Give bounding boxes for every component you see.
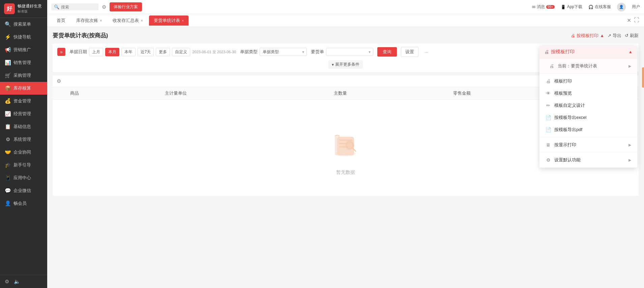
operation-icon: 📈	[5, 111, 11, 117]
tab-close-all-icon[interactable]: ✕	[627, 17, 631, 24]
export-button[interactable]: ↗ 导出	[608, 33, 621, 39]
sidebar-item-inventory[interactable]: 📦 库存核算	[0, 82, 47, 95]
set-default-left: ⚙ 设置默认功能	[546, 157, 581, 163]
sidebar-item-cooperation[interactable]: 🤝 企业协同	[0, 146, 47, 159]
date-btn-7days[interactable]: 近7天	[138, 48, 154, 56]
sidebar-item-marketing[interactable]: 📢 营销推广	[0, 43, 47, 56]
date-btn-last-month[interactable]: 上月	[89, 48, 103, 56]
tab-inventory-batch-close[interactable]: ×	[100, 19, 102, 23]
table-column-settings-icon[interactable]: ⚙	[57, 78, 61, 84]
tab-home-label: 首页	[57, 18, 65, 24]
doc-type-select[interactable]: 单据类型	[260, 48, 307, 56]
dropdown-title: 按模板打印	[551, 49, 575, 55]
export-excel-icon: 📄	[546, 115, 551, 120]
app-download-button[interactable]: 📱 App下载	[561, 4, 582, 10]
cargo-type-label: 要货单	[311, 49, 324, 55]
export-excel-item[interactable]: 📄 按模板导出excel	[539, 111, 637, 124]
logo-subtitle: 标准版	[18, 9, 42, 14]
sidebar-item-purchase[interactable]: 🛒 采购管理	[0, 69, 47, 82]
sidebar-item-finance[interactable]: 💰 资金管理	[0, 95, 47, 107]
sidebar-label-system: 系统管理	[13, 136, 31, 142]
sidebar-label-marketing: 营销推广	[13, 47, 31, 53]
sidebar-label-purchase: 采购管理	[13, 72, 31, 78]
logo-icon: 好	[4, 3, 15, 14]
resize-handle[interactable]	[642, 67, 644, 88]
refresh-button[interactable]: ↺ 刷新	[625, 33, 639, 39]
export-excel-label: 按模板导出excel	[554, 115, 586, 121]
sidebar-item-member[interactable]: 👤 畅会员	[0, 197, 47, 210]
query-button[interactable]: 查询	[377, 47, 397, 57]
sidebar-item-wechat[interactable]: 💬 企业微信	[0, 184, 47, 197]
template-custom-label: 模板自定义设计	[554, 102, 585, 108]
member-icon: 👤	[5, 200, 11, 206]
sidebar-item-operation[interactable]: 📈 经营管理	[0, 107, 47, 120]
message-button[interactable]: ✉ 消息 99+	[532, 4, 555, 10]
filter-setting-button[interactable]: 设置	[401, 47, 418, 57]
date-btn-this-month[interactable]: 本月	[105, 48, 119, 56]
tab-home[interactable]: 首页	[52, 15, 70, 26]
doc-type-label: 单据类型	[240, 49, 258, 55]
tab-expand-icon[interactable]: ⛶	[634, 17, 639, 24]
search-input[interactable]	[61, 5, 91, 9]
more-options-icon[interactable]: ···	[422, 49, 430, 55]
export-icon: ↗	[608, 33, 611, 38]
sidebar-item-quick-nav[interactable]: ⚡ 快捷导航	[0, 31, 47, 43]
message-label: 消息	[537, 4, 545, 10]
basic-icon: 📋	[5, 124, 11, 130]
date-btn-more[interactable]: 更多	[156, 48, 170, 56]
cargo-select-wrapper: ▼	[326, 48, 373, 56]
page-header: 要货单统计表(按商品) 🖨 按模板打印 ▲ ↗ 导出 ↺ 刷新	[53, 32, 639, 39]
sidebar-item-basic[interactable]: 📋 基础信息	[0, 120, 47, 133]
tab-receipt-summary-close[interactable]: ×	[141, 19, 143, 23]
set-default-item[interactable]: ⚙ 设置默认功能 ▶	[539, 154, 637, 166]
sidebar-item-sales[interactable]: 📊 销售管理	[0, 56, 47, 69]
export-label: 导出	[613, 33, 621, 39]
dropdown-collapse-arrow[interactable]: ▲	[628, 50, 633, 54]
avatar[interactable]: 👤	[617, 3, 626, 11]
tab-receipt-summary[interactable]: 收发存汇总表 ×	[108, 15, 147, 26]
set-default-icon: ⚙	[546, 157, 551, 163]
col-unit: 主计量单位	[161, 87, 329, 100]
template-preview-label: 模板预览	[554, 90, 572, 96]
display-print-left: 🖥 按显示打印	[546, 142, 576, 148]
topbar-search-box[interactable]: 🔍	[51, 3, 98, 10]
date-range-display: 2023-06-01 至 2023-06-30	[192, 50, 236, 55]
sidebar-item-guide[interactable]: 🎓 新手引导	[0, 159, 47, 171]
sidebar-logo: 好 畅捷通好生意 标准版	[0, 0, 47, 18]
topbar: 🔍 ⚙ 体验行业方案 ✉ 消息 99+ 📱 App下载 🎧 在线客服 👤 用户	[47, 0, 644, 14]
date-btn-this-year[interactable]: 本年	[121, 48, 136, 56]
sidebar-item-app-center[interactable]: 📱 应用中心	[0, 171, 47, 184]
current-template-item[interactable]: 🖨 当前：要货单统计表 ▶	[539, 60, 637, 72]
cargo-select[interactable]	[326, 48, 373, 56]
topbar-gear-icon[interactable]: ⚙	[102, 4, 106, 10]
tab-inventory-batch[interactable]: 库存批次账 ×	[71, 15, 107, 26]
tab-order-stats-close[interactable]: ×	[182, 19, 184, 23]
template-custom-icon: ✏	[546, 103, 551, 108]
template-print-item[interactable]: 🖨 模板打印	[539, 75, 637, 87]
date-btn-custom[interactable]: 自定义	[172, 48, 190, 56]
template-actions-section: 🖨 模板打印 👁 模板预览 ✏ 模板自定义设计 📄 按模板导出excel 📄 按…	[539, 74, 637, 137]
industry-solution-button[interactable]: 体验行业方案	[110, 2, 142, 11]
sound-footer-icon[interactable]: 🔈	[14, 279, 20, 285]
settings-footer-icon[interactable]: ⚙	[5, 279, 9, 285]
refresh-label: 刷新	[630, 33, 639, 39]
display-print-section: 🖥 按显示打印 ▶	[539, 137, 637, 153]
purchase-icon: 🛒	[5, 72, 11, 78]
online-service-button[interactable]: 🎧 在线客服	[588, 4, 611, 10]
user-name: 用户	[632, 4, 640, 10]
tab-order-stats[interactable]: 要货单统计表 ×	[149, 15, 188, 26]
sidebar-item-system[interactable]: ⚙ 系统管理	[0, 133, 47, 146]
sidebar-label-finance: 资金管理	[13, 98, 31, 104]
display-print-item[interactable]: 🖥 按显示打印 ▶	[539, 139, 637, 151]
tab-order-stats-label: 要货单统计表	[154, 18, 180, 24]
sidebar-item-search[interactable]: 🔍 搜索菜单	[0, 18, 47, 31]
expand-conditions-button[interactable]: ▾ 展开更多条件	[328, 60, 363, 69]
online-service-label: 在线客服	[595, 4, 611, 10]
page-title: 要货单统计表(按商品)	[53, 32, 108, 39]
empty-text: 暂无数据	[53, 169, 639, 175]
filter-toggle-button[interactable]: »	[57, 48, 65, 56]
template-print-button[interactable]: 🖨 按模板打印 ▲	[571, 33, 604, 39]
template-custom-item[interactable]: ✏ 模板自定义设计	[539, 99, 637, 111]
export-pdf-item[interactable]: 📄 按模板导出pdf	[539, 124, 637, 136]
template-preview-item[interactable]: 👁 模板预览	[539, 87, 637, 99]
